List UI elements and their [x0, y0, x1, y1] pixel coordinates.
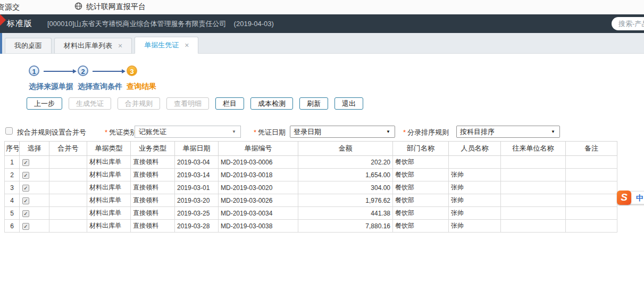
- required-mark: *: [403, 128, 406, 136]
- app-logo-icon: [0, 14, 6, 26]
- cell-doc-type: 材料出库单: [87, 194, 131, 207]
- row-checkbox[interactable]: ✓: [22, 159, 29, 166]
- cell-person: [449, 156, 501, 169]
- table-row: 2 ✓ 材料出库单 直接领料 2019-03-14 MD-2019-03-001…: [5, 169, 617, 181]
- col-header-merge-no: 合并号: [49, 142, 87, 156]
- row-checkbox[interactable]: ✓: [22, 223, 29, 230]
- required-mark: *: [105, 128, 107, 136]
- cell-memo: [566, 207, 617, 220]
- cell-person: 张帅: [449, 169, 501, 181]
- merge-rule-checkbox-label[interactable]: 按合并规则设置合并号: [17, 128, 86, 137]
- cell-merge-no: [49, 181, 87, 194]
- row-checkbox[interactable]: ✓: [22, 185, 29, 192]
- table-row: 3 ✓ 材料出库单 直接领料 2019-03-01 MD-2019-03-002…: [5, 181, 617, 194]
- col-header-partner: 往来单位名称: [501, 142, 566, 156]
- voucher-date-select[interactable]: 登录日期 ▼: [290, 126, 395, 138]
- cell-partner: [501, 181, 566, 194]
- cell-memo: [566, 220, 617, 233]
- chevron-down-icon: ▼: [232, 129, 236, 134]
- cell-person: 张帅: [449, 207, 501, 220]
- col-header-biz-type: 业务类型: [131, 142, 175, 156]
- cell-doc-type: 材料出库单: [87, 156, 131, 169]
- required-mark: *: [254, 128, 256, 136]
- voucher-type-select[interactable]: 记账凭证 ▼: [135, 126, 241, 138]
- cell-doc-no: MD-2019-03-0026: [219, 194, 298, 207]
- cell-merge-no: [49, 194, 87, 207]
- cell-dept: 餐饮部: [393, 156, 449, 169]
- cell-amount: 1,654.00: [298, 169, 393, 181]
- ime-widget[interactable]: S 中: [617, 191, 644, 205]
- cell-doc-type: 材料出库单: [87, 207, 131, 220]
- globe-icon: [74, 2, 82, 12]
- arrow-right-icon: [44, 71, 73, 72]
- entry-sort-value: 按科目排序: [460, 127, 495, 137]
- tab-material-outbound-list[interactable]: 材料出库单列表 ×: [54, 38, 132, 54]
- col-header-memo: 备注: [566, 142, 617, 156]
- browser-bookmarks-bar: 资源交 统计联网直报平台: [0, 0, 644, 14]
- bookmark-partial-label[interactable]: 资源交: [0, 3, 20, 12]
- row-checkbox[interactable]: ✓: [22, 197, 29, 204]
- columns-button[interactable]: 栏目: [215, 97, 244, 110]
- col-header-dept: 部门名称: [393, 142, 449, 156]
- voucher-source-table: 序号 选择 合并号 单据类型 业务类型 单据日期 单据编号 金额 部门名称 人员…: [4, 141, 617, 233]
- cost-check-button[interactable]: 成本检测: [250, 97, 293, 110]
- cell-dept: 餐饮部: [393, 207, 449, 220]
- toolbar: 上一步 生成凭证 合并规则 查看明细 栏目 成本检测 刷新 退出: [27, 97, 363, 110]
- sogou-logo-icon[interactable]: S: [617, 191, 631, 205]
- row-checkbox[interactable]: ✓: [22, 172, 29, 179]
- cell-biz-type: 直接领料: [131, 156, 175, 169]
- bookmark-item[interactable]: 统计联网直报平台: [74, 2, 146, 12]
- table-row: 1 ✓ 材料出库单 直接领料 2019-03-04 MD-2019-03-000…: [5, 156, 617, 169]
- cell-person: 张帅: [449, 181, 501, 194]
- cell-select: ✓: [20, 207, 49, 220]
- refresh-button[interactable]: 刷新: [299, 97, 328, 110]
- close-icon[interactable]: ×: [118, 42, 122, 49]
- arrow-right-icon: [93, 71, 122, 72]
- voucher-date-value: 登录日期: [294, 127, 321, 137]
- cell-biz-type: 直接领料: [131, 207, 175, 220]
- merge-rule-checkbox[interactable]: [5, 127, 13, 135]
- cell-memo: [566, 194, 617, 207]
- cell-doc-date: 2019-03-14: [175, 169, 219, 181]
- cell-doc-type: 材料出库单: [87, 169, 131, 181]
- company-name: [000010]山东省天穹禧悦商业综合体管理服务有限责任公司: [47, 19, 227, 29]
- close-icon[interactable]: ×: [185, 42, 189, 49]
- cell-select: ✓: [20, 169, 49, 181]
- cell-dept: 餐饮部: [393, 194, 449, 207]
- exit-button[interactable]: 退出: [334, 97, 363, 110]
- cell-partner: [501, 156, 566, 169]
- search-input[interactable]: [612, 17, 644, 30]
- col-header-seq: 序号: [5, 142, 20, 156]
- prev-step-button[interactable]: 上一步: [27, 97, 62, 110]
- cell-doc-no: MD-2019-03-0034: [219, 207, 298, 220]
- cell-doc-date: 2019-03-20: [175, 194, 219, 207]
- login-date: (2019-04-03): [234, 20, 274, 28]
- cell-seq: 4: [5, 194, 20, 207]
- cell-seq: 1: [5, 156, 20, 169]
- cell-select: ✓: [20, 156, 49, 169]
- tab-label: 我的桌面: [14, 41, 42, 51]
- cell-seq: 5: [5, 207, 20, 220]
- cell-person: 张帅: [449, 220, 501, 233]
- generate-voucher-button: 生成凭证: [69, 97, 111, 110]
- table-header-row: 序号 选择 合并号 单据类型 业务类型 单据日期 单据编号 金额 部门名称 人员…: [5, 142, 617, 156]
- row-checkbox[interactable]: ✓: [22, 210, 29, 217]
- left-accent-bar: [0, 33, 2, 54]
- cell-merge-no: [49, 169, 87, 181]
- tab-my-desktop[interactable]: 我的桌面: [5, 38, 52, 54]
- cell-doc-no: MD-2019-03-0018: [219, 169, 298, 181]
- cell-amount: 1,976.62: [298, 194, 393, 207]
- entry-sort-select[interactable]: 按科目排序 ▼: [456, 126, 560, 138]
- cell-seq: 3: [5, 181, 20, 194]
- cell-select: ✓: [20, 220, 49, 233]
- chevron-down-icon: ▼: [386, 129, 390, 134]
- chevron-down-icon: ▼: [551, 129, 555, 134]
- bookmark-label: 统计联网直报平台: [86, 2, 146, 12]
- tab-doc-to-voucher[interactable]: 单据生凭证 ×: [135, 37, 198, 54]
- step-2-label: 选择查询条件: [78, 82, 122, 92]
- app-header: 标准版 [000010]山东省天穹禧悦商业综合体管理服务有限责任公司 (2019…: [0, 14, 644, 33]
- cell-biz-type: 直接领料: [131, 181, 175, 194]
- step-3-circle: 3: [127, 65, 137, 76]
- ime-mode-indicator[interactable]: 中: [630, 191, 644, 204]
- table-row: 4 ✓ 材料出库单 直接领料 2019-03-20 MD-2019-03-002…: [5, 194, 617, 207]
